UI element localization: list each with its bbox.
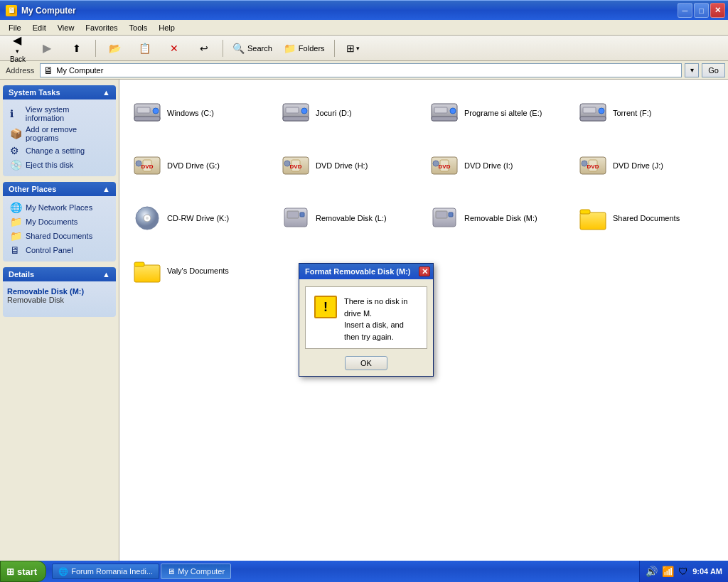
maximize-button[interactable]: □ bbox=[694, 3, 709, 18]
address-dropdown[interactable]: ▾ bbox=[685, 63, 699, 77]
menu-tools[interactable]: Tools bbox=[124, 22, 154, 33]
dialog-title-bar: Format Removable Disk (M:) ✕ bbox=[299, 264, 433, 279]
taskbar-systray: 🔊 📶 🛡 9:04 AM bbox=[639, 561, 728, 582]
other-shared-documents[interactable]: 📁 Shared Documents bbox=[7, 229, 112, 243]
svg-point-2 bbox=[153, 108, 159, 114]
svg-rect-43 bbox=[134, 265, 160, 282]
other-my-network[interactable]: 🌐 My Network Places bbox=[7, 200, 112, 215]
dialog-ok-button[interactable]: OK bbox=[345, 356, 387, 370]
delete-button[interactable]: ✕ bbox=[160, 38, 188, 59]
cd-icon-k bbox=[133, 204, 161, 232]
control-panel-icon: 🖥 bbox=[10, 244, 21, 256]
drive-dvd-i[interactable]: DVD DVD Drive (I:) bbox=[425, 141, 571, 190]
title-bar-buttons: ─ □ ✕ bbox=[678, 3, 725, 18]
svg-point-14 bbox=[599, 108, 604, 114]
svg-rect-39 bbox=[436, 211, 447, 218]
hdd-icon-f bbox=[579, 99, 607, 127]
drive-label-m: Removable Disk (M:) bbox=[464, 213, 537, 223]
window-title: My Computer bbox=[21, 6, 76, 16]
address-label: Address bbox=[3, 66, 37, 75]
view-button[interactable]: ⊞ ▾ bbox=[339, 38, 368, 59]
toolbar-separator-3 bbox=[334, 40, 335, 57]
svg-point-6 bbox=[301, 108, 307, 114]
taskbar-items: 🌐 Forum Romania Inedi... 🖥 My Computer bbox=[52, 564, 231, 579]
taskbar-mycomputer-item[interactable]: 🖥 My Computer bbox=[161, 564, 231, 579]
drive-label-d: Jocuri (D:) bbox=[316, 108, 352, 118]
drive-label-g: DVD Drive (G:) bbox=[167, 161, 220, 171]
svg-point-27 bbox=[433, 161, 439, 166]
settings-icon: ⚙ bbox=[10, 145, 21, 156]
folder-nav-1[interactable]: 📂 bbox=[100, 38, 129, 59]
svg-point-34 bbox=[146, 217, 149, 220]
system-task-change-setting[interactable]: ⚙ Change a setting bbox=[7, 144, 112, 158]
svg-rect-37 bbox=[300, 212, 304, 217]
menu-edit[interactable]: Edit bbox=[27, 22, 52, 33]
system-task-add-remove[interactable]: 📦 Add or remove programs bbox=[7, 124, 112, 144]
system-tasks-header[interactable]: System Tasks ▲ bbox=[3, 85, 116, 99]
details-section: Details ▲ Removable Disk (M:) Removable … bbox=[3, 267, 116, 317]
svg-rect-3 bbox=[137, 107, 150, 113]
toolbar-separator-2 bbox=[223, 40, 223, 57]
menu-file[interactable]: File bbox=[3, 22, 27, 33]
minimize-button[interactable]: ─ bbox=[678, 3, 692, 18]
drive-label-shared: Shared Documents bbox=[613, 213, 680, 223]
hdd-icon-e bbox=[430, 99, 459, 127]
undo-button[interactable]: ↩ bbox=[190, 38, 218, 59]
drive-valy-docs[interactable]: Valy's Documents bbox=[128, 246, 274, 296]
systray-security-icon[interactable]: 🛡 bbox=[678, 566, 688, 577]
left-panel: System Tasks ▲ ℹ View system information… bbox=[0, 80, 119, 561]
svg-text:DVD: DVD bbox=[587, 163, 599, 170]
dvd-icon-g: DVD bbox=[133, 151, 161, 180]
dvd-icon-h: DVD bbox=[282, 151, 310, 180]
system-tasks-content: ℹ View system information 📦 Add or remov… bbox=[3, 99, 116, 176]
drive-torrent-f[interactable]: Torrent (F:) bbox=[574, 88, 719, 138]
menu-view[interactable]: View bbox=[52, 22, 80, 33]
system-task-view-info[interactable]: ℹ View system information bbox=[7, 104, 112, 124]
system-task-eject[interactable]: 💿 Eject this disk bbox=[7, 158, 112, 172]
collapse-details-icon: ▲ bbox=[102, 270, 110, 279]
svg-rect-13 bbox=[580, 117, 606, 121]
start-button[interactable]: ⊞ start bbox=[0, 561, 46, 582]
close-button[interactable]: ✕ bbox=[710, 3, 725, 18]
svg-rect-9 bbox=[432, 117, 457, 121]
drive-jocuri-d[interactable]: Jocuri (D:) bbox=[277, 88, 422, 138]
menu-bar: File Edit View Favorites Tools Help bbox=[0, 20, 728, 36]
other-control-panel[interactable]: 🖥 Control Panel bbox=[7, 243, 112, 257]
folders-button[interactable]: 📁 Folders bbox=[279, 38, 330, 59]
drive-label-e: Programe si altele (E:) bbox=[464, 108, 542, 118]
other-places-header[interactable]: Other Places ▲ bbox=[3, 182, 116, 196]
drive-cdrw-k[interactable]: CD-RW Drive (K:) bbox=[128, 193, 274, 243]
removable-icon-m bbox=[430, 204, 459, 232]
drive-dvd-j[interactable]: DVD DVD Drive (J:) bbox=[574, 141, 719, 190]
windows-logo: ⊞ bbox=[6, 566, 14, 577]
drive-label-l: Removable Disk (L:) bbox=[316, 213, 387, 223]
search-button[interactable]: 🔍 Search bbox=[228, 38, 277, 59]
drive-programe-e[interactable]: Programe si altele (E:) bbox=[425, 88, 571, 138]
drive-dvd-g[interactable]: DVD DVD Drive (G:) bbox=[128, 141, 274, 190]
taskbar: ⊞ start 🌐 Forum Romania Inedi... 🖥 My Co… bbox=[0, 561, 728, 582]
svg-text:DVD: DVD bbox=[439, 163, 451, 170]
dialog-message-line1: There is no disk in drive M. bbox=[344, 296, 418, 319]
drive-dvd-h[interactable]: DVD DVD Drive (H:) bbox=[277, 141, 422, 190]
taskbar-forum-item[interactable]: 🌐 Forum Romania Inedi... bbox=[52, 564, 159, 579]
systray-network-icon[interactable]: 🔊 bbox=[646, 566, 658, 577]
drive-label-k: CD-RW Drive (K:) bbox=[167, 213, 229, 223]
drive-shared-docs[interactable]: Shared Documents bbox=[574, 193, 719, 243]
forward-button[interactable]: ▶ bbox=[33, 38, 61, 59]
details-header[interactable]: Details ▲ bbox=[3, 267, 116, 281]
back-button[interactable]: ◀ ▾ Back bbox=[3, 38, 31, 59]
up-button[interactable]: ⬆ bbox=[63, 38, 91, 59]
other-my-documents[interactable]: 📁 My Documents bbox=[7, 215, 112, 229]
go-button[interactable]: Go bbox=[702, 63, 725, 77]
menu-help[interactable]: Help bbox=[153, 22, 181, 33]
dialog-close-button[interactable]: ✕ bbox=[419, 266, 430, 276]
drive-removable-l[interactable]: Removable Disk (L:) bbox=[277, 193, 422, 243]
other-places-section: Other Places ▲ 🌐 My Network Places 📁 My … bbox=[3, 182, 116, 262]
systray-sound-icon[interactable]: 📶 bbox=[662, 566, 674, 577]
drive-removable-m[interactable]: Removable Disk (M:) bbox=[425, 193, 571, 243]
menu-favorites[interactable]: Favorites bbox=[80, 22, 123, 33]
drive-windows-c[interactable]: Windows (C:) bbox=[128, 88, 274, 138]
start-label: start bbox=[17, 566, 37, 577]
folder-nav-2[interactable]: 📋 bbox=[130, 38, 159, 59]
svg-rect-44 bbox=[134, 262, 144, 266]
